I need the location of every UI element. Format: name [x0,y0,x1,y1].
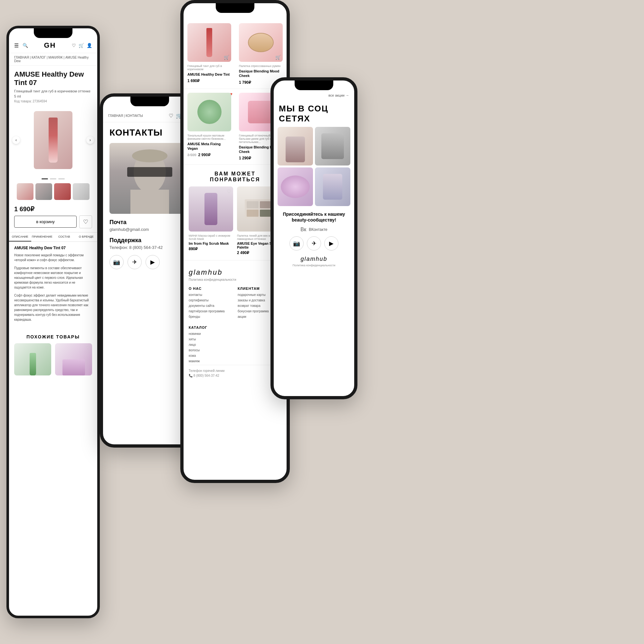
image-dots [9,177,97,181]
footer-link-hits[interactable]: хиты [189,337,281,341]
social-photo-1 [278,127,313,166]
phone-social: все акции → МЫ В СОЦ СЕТЯХ Присоединяйте… [270,77,357,399]
product-img-3 [187,93,231,131]
footer-link-face[interactable]: лицо [189,343,281,346]
product-tabs: ОПИСАНИЕ ПРИМЕНЕНИЕ СОСТАВ О БРЕНДЕ [9,232,97,242]
may-like-subtitle-1: МИНИ Маска-скраб с инжиром Scrub Mask [189,234,233,241]
social-photo-grid [274,127,354,206]
promo-link[interactable]: все акции → [328,93,349,97]
product-img-1: 🛒 [187,23,231,62]
product-shape-1 [30,353,36,375]
wishlist-icon-2[interactable]: ♡ [86,345,90,350]
thumbnail-4[interactable] [73,183,90,200]
telegram-button-2[interactable]: ✈ [307,236,321,251]
face-photo [109,143,190,214]
tab-description[interactable]: ОПИСАНИЕ [9,232,31,241]
desc-p1: Новое поколение жидкой помады с эффектом… [14,253,92,262]
social-img-person [323,174,342,200]
wishlist-icon-1[interactable]: ♡ [45,345,49,350]
instagram-button[interactable]: 📷 [109,255,124,269]
footer-link-skin[interactable]: кожа [189,354,281,357]
youtube-icon-2: ▶ [329,240,334,247]
footer-link-hair[interactable]: волосы [189,348,281,352]
footer-link-partner[interactable]: партнёрская программа [189,309,232,313]
wishlist-icon-5[interactable]: ♡ [227,188,231,194]
header-right: ♡ 🛒 👤 [72,43,92,48]
social-row: 📷 ✈ ▶ [109,255,190,269]
hotline-label: Телефон горячей линии [189,369,281,373]
wishlist-button[interactable]: ♡ [79,215,92,228]
footer-col-us: О НАС контакты сертификаты документы сай… [189,287,232,320]
search-icon[interactable]: 🔍 [23,43,28,48]
heart-icon[interactable]: ♡ [169,113,173,119]
footer-link-new[interactable]: новинки [189,332,281,336]
item-price-new-3: 2 990₽ [198,153,211,157]
telegram-button[interactable]: ✈ [128,255,142,269]
palette-shade-1 [247,201,259,208]
dot-active[interactable] [42,178,48,179]
phone-notch-3 [216,3,254,13]
item-name-1: AMUSE Healthy Dew Tint [187,72,231,77]
footer-link-certs[interactable]: сертификаты [189,298,232,302]
thumbnail-1[interactable] [17,183,33,200]
thumbnail-3[interactable] [54,183,71,200]
social-title: МЫ В СОЦ СЕТЯХ [274,100,354,127]
product-code: Код товара: 27364594 [14,99,92,103]
footer-link-brands[interactable]: бренды [189,315,232,318]
phone-icon: 📞 [189,374,193,377]
social-img-face [286,137,305,162]
support-label: Поддержка [109,237,190,244]
add-to-cart-button[interactable]: в корзину [14,216,77,228]
next-image-button[interactable]: › [86,136,94,144]
instagram-button-2[interactable]: 📷 [289,236,304,251]
social-policy: Политика конфиденциальности [279,264,349,267]
item-name-3: AMUSE Meta Fixing Vegan [187,142,231,151]
product-shape-balm [248,101,274,123]
add-to-cart-row: в корзину ♡ [9,215,97,232]
product-info: AMUSE Healthy Dew Tint 07 Глянцевый тинт… [9,66,97,103]
footer-logo: glamhub [189,268,281,277]
menu-icon[interactable]: ☰ [14,43,19,49]
price-row-3: 3 599 2 990₽ [187,153,231,157]
palette-shade-2 [260,201,272,208]
youtube-icon: ▶ [150,259,155,266]
item-subtitle-1: Глянцевый тинт для губ в коричневом [187,64,231,71]
product-img-2: 🛒 [239,23,283,62]
youtube-button-2[interactable]: ▶ [324,236,338,251]
product-shape-mask [204,193,217,225]
tab-application[interactable]: ПРИМЕНЕНИЕ [31,232,53,241]
phone-product-detail: ☰ 🔍 GH ♡ 🛒 👤 ГЛАВНАЯ | КАТАЛОГ | МАКИЯЖ … [6,26,100,618]
palette-shade-4 [260,210,272,217]
prev-image-button[interactable]: ‹ [12,136,20,144]
footer-link-docs[interactable]: документы сайта [189,304,232,308]
face-svg [121,143,179,214]
tab-composition[interactable]: СОСТАВ [53,232,75,241]
phone-value: Телефон: 8 (800) 564-37-42 [109,245,190,250]
dot-2[interactable] [50,178,56,179]
social-photo-2 [315,127,350,166]
dot-3[interactable] [58,178,65,179]
cart-icon[interactable]: 🛒 [79,43,84,48]
may-like-name-1: Im from Fig Scrub Mask [189,241,233,245]
tab-brand[interactable]: О БРЕНДЕ [75,232,98,241]
footer-link-contacts[interactable]: контакты [189,293,232,297]
product-image [34,111,72,169]
vk-button[interactable]: Вк ВКонтакте [279,227,349,232]
desc-p2: Пудровые пигменты в составе обеспечивают… [14,266,92,290]
wishlist-icon[interactable]: ♡ [72,43,76,48]
telegram-icon: ✈ [132,259,137,266]
svg-rect-2 [130,190,169,214]
footer-link-makeup[interactable]: макияж [189,359,281,363]
social-photo-3 [278,167,313,206]
social-img-tube [321,133,344,159]
user-icon[interactable]: 👤 [87,43,92,48]
product-shape-cushion [197,100,222,124]
social-photo-4 [315,167,350,206]
cart-icon-4[interactable]: 🛒 [275,55,281,60]
thumbnail-2[interactable] [35,183,52,200]
youtube-button[interactable]: ▶ [146,255,160,269]
vk-icon: Вк [300,227,306,232]
cart-icon-3[interactable]: 🛒 [224,55,229,60]
product-subtitle: Глянцевый тинт для губ в коричневом отте… [14,89,92,93]
vk-label: ВКонтакте [309,227,327,232]
